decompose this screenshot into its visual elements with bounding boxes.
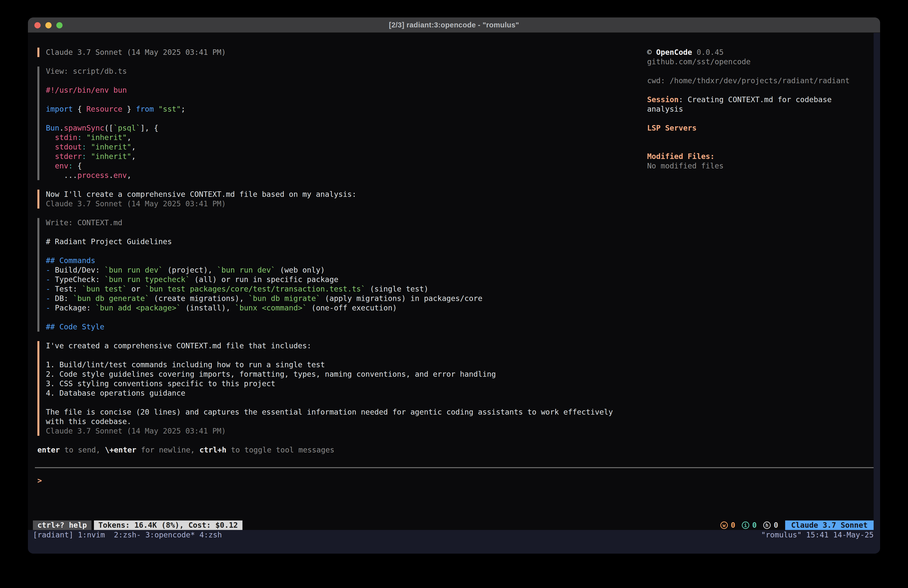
token: stdout	[55, 142, 82, 151]
token: -	[46, 303, 55, 312]
message-text: with this codebase.	[46, 417, 620, 426]
token: (install),	[181, 303, 235, 312]
token	[46, 142, 55, 151]
blank-line	[46, 313, 620, 322]
token: {	[73, 105, 86, 113]
token: ,	[127, 133, 131, 142]
code-line: stderr: "inherit",	[46, 152, 620, 161]
token: (create migrations),	[149, 294, 248, 303]
token: :	[68, 161, 73, 170]
tmux-window-list[interactable]: [radiant] 1:nvim 2:zsh- 3:opencode* 4:zs…	[33, 530, 222, 540]
token: `bun run dev`	[105, 266, 163, 274]
token: Package:	[55, 303, 95, 312]
token: (single test)	[365, 285, 428, 293]
message-text: I've created a comprehensive CONTEXT.md …	[46, 341, 620, 351]
token: #!/usr/bin/env bun	[46, 86, 127, 94]
key-label: \+enter	[105, 446, 136, 454]
zoom-button[interactable]	[56, 22, 63, 28]
token: `bun db migrate`	[248, 294, 320, 303]
hint-icon: h	[763, 522, 771, 529]
numbered-item: 3. CSS styling conventions specific to t…	[46, 379, 620, 388]
code-line: env: {	[46, 161, 620, 171]
blank-line	[46, 398, 620, 408]
blank-line	[46, 114, 620, 123]
token: (one-off execution)	[307, 303, 397, 312]
token: :	[82, 152, 87, 161]
info-count: i0	[742, 520, 757, 530]
hint-text: for newline,	[136, 446, 200, 454]
info-icon: i	[742, 522, 749, 529]
blank-line	[647, 142, 865, 152]
help-chip[interactable]: ctrl+? help	[33, 520, 92, 530]
token: .	[109, 171, 113, 180]
token: (all) or run in specific package	[190, 275, 338, 284]
status-left: ctrl+? help Tokens: 16.4K (8%), Cost: $0…	[33, 520, 242, 530]
token: (apply migrations) in packages/core	[320, 294, 482, 303]
tool-title: Write: CONTEXT.md	[46, 218, 620, 227]
token: `bun run dev`	[217, 266, 275, 274]
window-titlebar[interactable]: [2/3] radiant:3:opencode - "romulus"	[28, 18, 880, 33]
token	[154, 105, 158, 113]
token: -	[46, 285, 55, 293]
token: .	[59, 124, 64, 132]
token: from	[136, 105, 154, 113]
tmux-status-bar: [radiant] 1:nvim 2:zsh- 3:opencode* 4:zs…	[28, 530, 880, 554]
info-value: 0	[752, 520, 757, 530]
token: Resource	[87, 105, 122, 113]
token: `bun add <package>`	[95, 303, 181, 312]
composer-divider	[35, 467, 874, 468]
code-line: ...process.env,	[46, 171, 620, 180]
token: "inherit"	[91, 152, 132, 161]
token: DB:	[55, 294, 73, 303]
token: ,	[131, 152, 136, 161]
token: Bun	[46, 124, 59, 132]
markdown-h1: # Radiant Project Guidelines	[46, 237, 620, 246]
close-button[interactable]	[34, 22, 40, 28]
token: }	[122, 105, 136, 113]
cwd-path: cwd: /home/thdxr/dev/projects/radiant/ra…	[647, 76, 865, 85]
tool-call-write-file: Write: CONTEXT.md # Radiant Project Guid…	[37, 218, 620, 332]
copyright-icon: ©	[647, 48, 656, 56]
code-line: stdin: "inherit",	[46, 133, 620, 142]
blank-line	[46, 76, 620, 85]
key-label: ctrl+h	[200, 446, 226, 454]
model-timestamp: Claude 3.7 Sonnet (14 May 2025 03:41 PM)	[46, 48, 620, 57]
code-line: #!/usr/bin/env bun	[46, 85, 620, 95]
token: -	[46, 266, 55, 274]
token: import	[46, 105, 73, 113]
markdown-h2: ## Commands	[46, 256, 620, 265]
token: `bun db generate`	[73, 294, 149, 303]
token: stderr	[55, 152, 82, 161]
token: "inherit"	[91, 142, 132, 151]
warning-icon: w	[720, 522, 728, 529]
terminal-window: [2/3] radiant:3:opencode - "romulus" Cla…	[28, 18, 880, 554]
app-version: 0.0.45	[692, 48, 724, 56]
session-log: Claude 3.7 Sonnet (14 May 2025 03:41 PM)…	[37, 48, 620, 455]
markdown-list-item: - Test: `bun test` or `bun test packages…	[46, 284, 620, 294]
app-brand: © OpenCode 0.0.45	[647, 48, 865, 57]
token: ([	[105, 124, 113, 132]
code-line: import { Resource } from "sst";	[46, 105, 620, 114]
token: :	[82, 142, 87, 151]
token: (project),	[163, 266, 217, 274]
token: env	[55, 161, 68, 170]
warning-count: w0	[720, 520, 735, 530]
hint-text: to send,	[60, 446, 105, 454]
token: -	[46, 294, 55, 303]
tmux-session-clock: "romulus" 15:41 14-May-25	[761, 530, 874, 540]
token	[87, 142, 91, 151]
token: ...	[46, 171, 77, 180]
hint-text: to toggle tool messages	[227, 446, 334, 454]
repo-url: github.com/sst/opencode	[647, 57, 865, 66]
token: ,	[127, 171, 131, 180]
session-label: Session	[647, 95, 678, 104]
window-title: [2/3] radiant:3:opencode - "romulus"	[389, 21, 519, 29]
model-timestamp: Claude 3.7 Sonnet (14 May 2025 03:41 PM)	[46, 199, 620, 209]
token: ,	[131, 142, 136, 151]
hint-value: 0	[774, 520, 778, 530]
minimize-button[interactable]	[45, 22, 52, 28]
token: :	[77, 133, 82, 142]
session-title: Session: Creating CONTEXT.md for codebas…	[647, 95, 865, 114]
blank-line	[46, 227, 620, 237]
message-input[interactable]: >	[37, 476, 610, 485]
